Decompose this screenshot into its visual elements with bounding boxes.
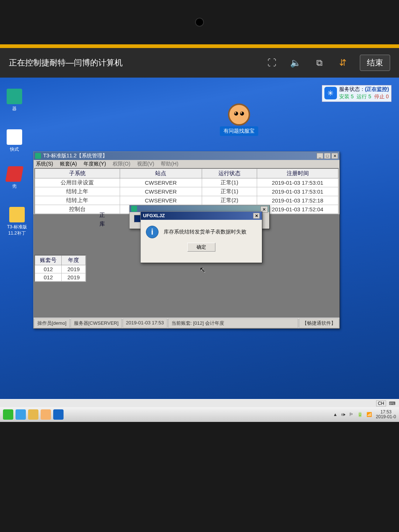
assistant-monkey[interactable]: 有问题找服宝 [220, 103, 258, 136]
menu-view[interactable]: 视图(V) [137, 161, 154, 167]
desktop-icon-1[interactable]: 器 [1, 89, 27, 112]
system-tray[interactable]: ▲ 🕪 🏳 🔋 📶 17:53 2019-01-0 [333, 410, 396, 419]
table-row[interactable]: 公用目录设置CWSERVER正常(1)2019-01-03 17:53:01 [35, 178, 338, 187]
remote-status-text: 正在控制捷耐特—闫博的计算机 [9, 57, 123, 68]
app-icon [131, 206, 137, 212]
close-button[interactable]: ✕ [331, 153, 338, 159]
status-datetime: 2019-01-03 17:53 [123, 318, 167, 328]
folder-icon [9, 207, 25, 222]
taskbar-app-browser[interactable] [53, 409, 64, 420]
service-status-title: 服务状态：(正在监控) [339, 86, 389, 93]
tray-icon[interactable]: ▲ [333, 412, 337, 417]
window-titlebar[interactable]: T3-标准版11.2【系统管理】 _ □ ✕ [34, 152, 340, 160]
menu-permission[interactable]: 权限(O) [113, 161, 130, 167]
error-dialog: UFGXLJZ ✕ i 库存系统结转发货单子表数据时失败 确定 [140, 211, 262, 263]
dialog-titlebar[interactable]: UFGXLJZ ✕ [141, 212, 262, 220]
taskbar-app-explorer[interactable] [28, 409, 38, 420]
service-status-badge[interactable]: ✳ 服务状态：(正在监控) 安装 5 运行 5 停止 0 [322, 85, 392, 102]
taskbar: ▲ 🕪 🏳 🔋 📶 17:53 2019-01-0 [0, 407, 399, 422]
col-state: 运行状态 [202, 169, 257, 178]
status-current: 当前账套: [012] 会计年度 [168, 318, 298, 328]
status-brand: 【畅捷通软件】 [299, 318, 339, 328]
window-title: T3-标准版11.2【系统管理】 [43, 153, 108, 159]
tray-icon[interactable]: 🏳 [349, 412, 354, 417]
service-status-counts: 安装 5 运行 5 停止 0 [339, 93, 389, 100]
send-to-screen-icon[interactable]: ⧉ [313, 56, 326, 69]
col-time: 注册时间 [257, 169, 338, 178]
fullscreen-icon[interactable]: ⛶ [265, 56, 279, 69]
status-operator: 操作员[demo] [34, 318, 70, 328]
taskbar-app-assistant[interactable] [41, 409, 51, 420]
status-bar: 操作员[demo] 服务器[CWSERVER] 2019-01-03 17:53… [34, 318, 340, 328]
app-icon [7, 129, 22, 145]
laptop-bezel-bottom [0, 422, 399, 532]
language-bar[interactable]: CH ⌨ [0, 399, 399, 407]
menu-system[interactable]: 系统(S) [36, 161, 53, 167]
laptop-bezel-top [0, 0, 399, 44]
col-site: 站点 [120, 169, 202, 178]
table-row[interactable]: 结转上年CWSERVER正常(1)2019-01-03 17:53:01 [35, 187, 338, 196]
desktop-icon-2[interactable]: 快式 [1, 129, 27, 153]
pin-icon[interactable]: ⇵ [336, 56, 349, 69]
service-icon: ✳ [324, 87, 337, 99]
status-server: 服务器[CWSERVER] [71, 318, 122, 328]
taskbar-app-ie[interactable] [16, 409, 26, 420]
mouse-cursor-icon: ↖ [200, 265, 206, 274]
speaker-icon[interactable]: 🔈 [289, 56, 302, 69]
ok-button[interactable]: 确定 [187, 243, 215, 252]
desktop-folder-patch[interactable]: T3-标准版 11.2补丁 [1, 207, 33, 236]
app-icon [7, 89, 22, 104]
assistant-monkey-label: 有问题找服宝 [220, 126, 258, 136]
col-account-no: 账套号 [35, 256, 62, 265]
app-icon [5, 166, 23, 182]
remote-control-bar: 正在控制捷耐特—闫博的计算机 ⛶ 🔈 ⧉ ⇵ 结束 [0, 48, 399, 78]
start-button[interactable] [3, 409, 13, 420]
table-row[interactable]: 结转上年CWSERVER正常(2)2019-01-03 17:52:18 [35, 196, 338, 205]
table-row[interactable]: 0122019 [35, 265, 86, 273]
dialog-message: 库存系统结转发货单子表数据时失败 [164, 229, 246, 235]
monkey-icon [228, 103, 250, 126]
end-session-button[interactable]: 结束 [360, 55, 390, 71]
keyboard-icon[interactable]: ⌨ [389, 401, 395, 406]
menu-year[interactable]: 年度账(Y) [83, 161, 106, 167]
app-icon [35, 153, 41, 159]
table-row[interactable]: 0122019 [35, 273, 86, 282]
menu-account[interactable]: 账套(A) [60, 161, 77, 167]
tray-icon[interactable]: 📶 [366, 412, 372, 417]
tray-icon[interactable]: 🕪 [341, 412, 345, 417]
progress-side-labels: 正 库 [99, 211, 105, 228]
desktop-icon-3[interactable]: 壳 [1, 166, 27, 190]
webcam-icon [195, 18, 204, 27]
col-year: 年度 [62, 256, 86, 265]
dialog-title: UFGXLJZ [143, 213, 165, 219]
remote-desktop: ✳ 服务状态：(正在监控) 安装 5 运行 5 停止 0 有问题找服宝 器 快式… [0, 78, 399, 399]
info-icon: i [146, 226, 158, 238]
taskbar-clock[interactable]: 17:53 2019-01-0 [376, 410, 396, 419]
maximize-button[interactable]: □ [324, 153, 331, 159]
dialog-close-button[interactable]: ✕ [253, 213, 260, 219]
col-subsystem: 子系统 [35, 169, 120, 178]
accent-strip [0, 44, 399, 48]
minimize-button[interactable]: _ [317, 153, 323, 159]
account-table: 账套号 年度 0122019 0122019 [34, 255, 86, 282]
lang-indicator[interactable]: CH [376, 400, 386, 406]
menu-help[interactable]: 帮助(H) [161, 161, 178, 167]
tray-icon[interactable]: 🔋 [357, 412, 363, 417]
menu-bar: 系统(S) 账套(A) 年度账(Y) 权限(O) 视图(V) 帮助(H) [34, 160, 340, 168]
